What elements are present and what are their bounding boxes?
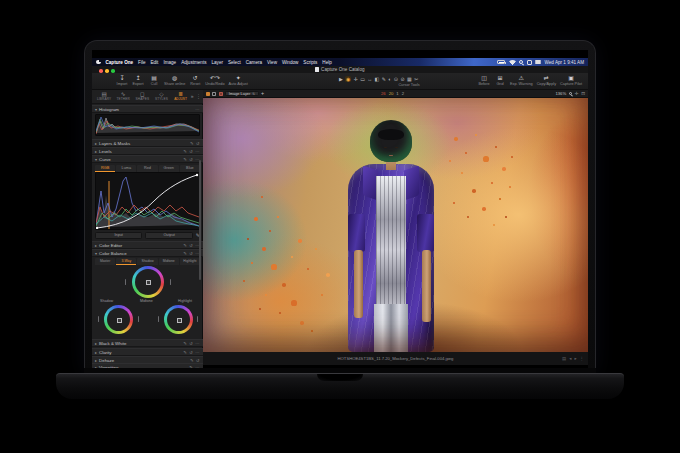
wifi-icon[interactable]	[509, 60, 516, 65]
crop-tool-icon[interactable]: ▭	[360, 76, 365, 82]
wheel-slider-tick[interactable]	[158, 316, 159, 322]
counter-yellow[interactable]: 20	[389, 91, 394, 96]
next-image-icon[interactable]: ▸	[574, 356, 576, 361]
copy-apply-button[interactable]: ⇄Copy/Apply	[537, 75, 556, 87]
panel-more-icon[interactable]: ⋯	[195, 149, 200, 154]
spot-tool-icon[interactable]: ✎	[382, 76, 386, 82]
empty-mask-icon[interactable]	[212, 92, 216, 96]
black-white-panel-header[interactable]: ▸ Black & White ✎ ↺ ⋯	[92, 339, 203, 347]
mask-brush-tool-icon[interactable]: ◐	[388, 76, 391, 82]
panel-pen-icon[interactable]: ✎	[190, 358, 194, 363]
share-online-button[interactable]: ◍Share online	[164, 75, 185, 87]
panel-reset-icon[interactable]: ↺	[189, 251, 193, 256]
histogram-panel-header[interactable]: ▾ Histogram ⋯	[92, 105, 203, 113]
straighten-tool-icon[interactable]: ↔	[367, 76, 372, 82]
control-center-icon[interactable]	[535, 60, 541, 64]
shadow-color-wheel[interactable]	[104, 305, 133, 334]
vignetting-panel-header[interactable]: ▸ Vignetting ✎ ⋯	[92, 363, 203, 368]
cull-button[interactable]: ▤Cull	[148, 75, 160, 87]
cut-tool-icon[interactable]: ✂	[414, 76, 418, 82]
apple-menu-icon[interactable]	[96, 60, 101, 65]
viewer-more-icon[interactable]: ⋮	[580, 356, 584, 361]
tab-menu-icon[interactable]: ⋮	[196, 93, 201, 99]
curve-tab-red[interactable]: Red	[137, 165, 157, 172]
panel-pen-icon[interactable]: ✎	[183, 157, 187, 162]
sidebar-scrollbar[interactable]	[199, 160, 201, 280]
prev-image-icon[interactable]: ◂	[569, 356, 571, 361]
color-balance-panel-header[interactable]: ▾ Color Balance ✎ ↺ ⋯	[92, 249, 203, 257]
panel-reset-icon[interactable]: ↺	[189, 350, 193, 355]
pan-tool-icon[interactable]: ✛	[354, 76, 358, 82]
erase-tool-icon[interactable]: ⊘	[400, 76, 404, 82]
radial-mask-tool-icon[interactable]: ⊙	[394, 76, 398, 82]
panel-reset-icon[interactable]: ↺	[189, 341, 193, 346]
curve-tab-rgb[interactable]: RGB	[95, 165, 115, 172]
zoom-magnifier-icon[interactable]	[569, 92, 572, 95]
panel-reset-icon[interactable]: ↺	[196, 141, 200, 146]
menu-adjustments[interactable]: Adjustments	[181, 60, 206, 65]
battery-icon[interactable]	[497, 60, 505, 64]
menu-select[interactable]: Select	[228, 60, 241, 65]
exposure-warning-button[interactable]: ⚠Exp. Warning	[510, 75, 533, 87]
spotlight-search-icon[interactable]	[519, 60, 523, 64]
export-button[interactable]: ↥Export	[132, 75, 144, 87]
tab-adjust[interactable]: ≣ADJUST	[172, 91, 190, 101]
invert-mask-icon[interactable]	[219, 92, 223, 96]
curve-plot[interactable]	[95, 172, 200, 230]
menu-edit[interactable]: Edit	[150, 60, 158, 65]
fill-mask-icon[interactable]	[206, 92, 210, 96]
panel-more-icon[interactable]: ⋯	[195, 341, 200, 346]
wheel-slider-tick[interactable]	[125, 279, 126, 285]
reset-button[interactable]: ↺Reset	[189, 75, 201, 87]
viewer-canvas[interactable]	[203, 98, 588, 352]
fullscreen-icon[interactable]: ⊡	[581, 91, 585, 96]
tab-tether[interactable]: ∿TETHER	[114, 91, 132, 101]
menu-app-name[interactable]: Capture One	[106, 60, 134, 65]
window-title-bar[interactable]: Capture One Catalog	[92, 66, 588, 73]
curve-panel-header[interactable]: ▾ Curve ✎ ↺ ⋯	[92, 155, 203, 163]
keystone-tool-icon[interactable]: ◧	[375, 76, 380, 82]
color-editor-panel-header[interactable]: ▸ Color Editor ✎ ↺ ⋯	[92, 241, 203, 249]
clarity-panel-header[interactable]: ▸ Clarity ✎ ↺ ⋯	[92, 348, 203, 356]
levels-panel-header[interactable]: ▸ Levels ✎ ↺ ⋯	[92, 147, 203, 155]
panel-reset-icon[interactable]: ↺	[189, 149, 193, 154]
tab-styles[interactable]: ◇STYLES	[152, 91, 170, 101]
menu-image[interactable]: Image	[163, 60, 176, 65]
menu-camera[interactable]: Camera	[246, 60, 262, 65]
menu-scripts[interactable]: Scripts	[303, 60, 317, 65]
panel-pen-icon[interactable]: ✎	[183, 350, 187, 355]
before-after-button[interactable]: ◫Before	[478, 75, 490, 87]
curve-tab-luma[interactable]: Luma	[116, 165, 136, 172]
wheel-slider-tick[interactable]	[170, 279, 171, 285]
panel-pen-icon[interactable]: ✎	[189, 365, 193, 369]
browser-toggle-icon[interactable]: ▤	[562, 356, 566, 361]
zoom-level[interactable]: 136%	[555, 91, 566, 96]
panel-pen-icon[interactable]: ✎	[190, 141, 194, 146]
wheel-slider-tick[interactable]	[98, 316, 99, 322]
tab-overflow-icon[interactable]: »	[191, 93, 194, 99]
midtone-color-wheel[interactable]	[132, 266, 164, 298]
undo-redo-button[interactable]: ↶↷Undo/Redo	[205, 75, 224, 87]
cb-tab-midtone[interactable]: Midtone	[159, 258, 179, 265]
menu-window[interactable]: Window	[282, 60, 298, 65]
curve-tab-blue[interactable]: Blue	[180, 165, 200, 172]
cb-tab-master[interactable]: Master	[95, 258, 115, 265]
panel-more-icon[interactable]: ⋯	[195, 350, 200, 355]
cb-tab-shadow[interactable]: Shadow	[137, 258, 157, 265]
panel-pen-icon[interactable]: ✎	[183, 243, 187, 248]
curve-output-field[interactable]: Output	[145, 232, 192, 239]
grid-mask-tool-icon[interactable]: ▦	[407, 76, 412, 82]
capture-pilot-button[interactable]: ▣Capture Pilot	[560, 75, 582, 87]
panel-more-icon[interactable]: ⋯	[195, 107, 200, 112]
menu-view[interactable]: View	[267, 60, 277, 65]
cb-tab-highlight[interactable]: Highlight	[180, 258, 200, 265]
layers-masks-panel-header[interactable]: ▸ Layers & Masks ✎ ↺	[92, 139, 203, 147]
import-button[interactable]: ↧Import	[116, 75, 128, 87]
panel-reset-icon[interactable]: ↺	[196, 358, 200, 363]
panel-reset-icon[interactable]: ↺	[189, 157, 193, 162]
wheel-slider-tick[interactable]	[197, 316, 198, 322]
cb-tab-3way[interactable]: 3-Way	[116, 258, 136, 265]
panel-pen-icon[interactable]: ✎	[183, 341, 187, 346]
loupe-tool-icon[interactable]: ◉	[345, 76, 351, 82]
panel-pen-icon[interactable]: ✎	[183, 251, 187, 256]
